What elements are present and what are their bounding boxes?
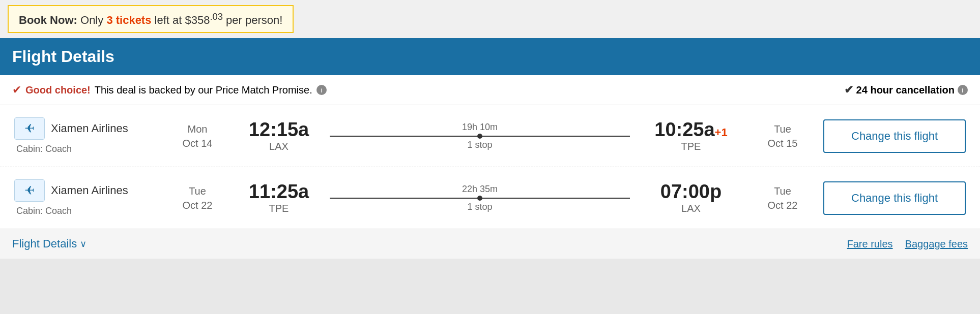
duration-2: 22h 35m	[462, 184, 498, 195]
stops-1: 1 stop	[467, 140, 492, 150]
airline-logo-1: ✈	[14, 117, 45, 140]
cancellation-check-icon: ✔	[844, 83, 853, 97]
chevron-down-icon: ∨	[80, 238, 87, 249]
change-flight-button-1[interactable]: Change this flight	[823, 119, 966, 153]
route-line-1	[330, 136, 630, 137]
banner-tickets-count: 3 tickets	[106, 14, 151, 26]
booking-banner: Book Now: Only 3 tickets left at $358.03…	[0, 0, 980, 38]
route-section-1: 19h 10m 1 stop	[320, 122, 640, 150]
line-right-2	[480, 198, 630, 199]
departure-time-big-1: 12:15a	[238, 119, 320, 141]
airline-section-2: ✈ Xiamen Airlines Cabin: Coach	[14, 179, 157, 216]
airline-logo-name-1: ✈ Xiamen Airlines	[14, 117, 157, 140]
flight-details-link[interactable]: Flight Details ∨	[12, 237, 87, 250]
airline-section-1: ✈ Xiamen Airlines Cabin: Coach	[14, 117, 157, 154]
plane-icon-2: ✈	[24, 183, 35, 198]
arrival-airport-1: TPE	[640, 141, 742, 152]
flight-details-header: Flight Details	[0, 38, 980, 75]
good-choice-check-icon: ✔	[12, 83, 21, 97]
departure-time-2: 11:25a TPE	[238, 181, 320, 214]
arrival-date-text-2: Tue Oct 22	[742, 184, 823, 212]
arrival-date-2: Tue Oct 22	[742, 184, 823, 212]
flight-details-link-label: Flight Details	[12, 237, 77, 250]
flights-area: ✈ Xiamen Airlines Cabin: Coach Mon Oct 1…	[0, 105, 980, 229]
line-left-2	[330, 198, 480, 199]
page-title: Flight Details	[12, 47, 968, 66]
airline-name-1: Xiamen Airlines	[51, 122, 128, 135]
promise-info-icon[interactable]: i	[316, 85, 327, 95]
promise-bar: ✔ Good choice! This deal is backed by ou…	[0, 75, 980, 105]
duration-1: 19h 10m	[462, 122, 498, 133]
departure-time-1: 12:15a LAX	[238, 119, 320, 152]
arrival-airport-2: LAX	[640, 203, 742, 214]
departure-date-line1-1: Mon Oct 14	[157, 122, 238, 150]
day-plus-1: +1	[715, 126, 728, 139]
banner-tickets-label: Only	[80, 14, 106, 26]
airline-logo-2: ✈	[14, 179, 45, 202]
flight-row-2: ✈ Xiamen Airlines Cabin: Coach Tue Oct 2…	[0, 167, 980, 229]
banner-price-sup: .03	[210, 11, 222, 22]
arrival-time-2: 07:00p LAX	[640, 181, 742, 214]
arrival-date-1: Tue Oct 15	[742, 122, 823, 150]
footer-bar: Flight Details ∨ Fare rules Baggage fees	[0, 229, 980, 259]
banner-suffix: left at $358	[155, 14, 210, 26]
change-flight-button-2[interactable]: Change this flight	[823, 181, 966, 215]
plane-icon-1: ✈	[24, 121, 35, 136]
stop-dot-2	[477, 196, 482, 201]
departure-date-2: Tue Oct 22	[157, 184, 238, 212]
page-container: Book Now: Only 3 tickets left at $358.03…	[0, 0, 980, 259]
airline-name-2: Xiamen Airlines	[51, 184, 128, 197]
route-line-2	[330, 198, 630, 199]
cabin-class-2: Cabin: Coach	[14, 206, 157, 216]
footer-links: Fare rules Baggage fees	[847, 238, 968, 250]
departure-airport-2: TPE	[238, 203, 320, 214]
banner-prefix: Book Now:	[19, 14, 77, 26]
arrival-date-text-1: Tue Oct 15	[742, 122, 823, 150]
cabin-class-1: Cabin: Coach	[14, 144, 157, 154]
cancellation-info-icon[interactable]: i	[958, 85, 968, 95]
route-section-2: 22h 35m 1 stop	[320, 184, 640, 212]
airline-logo-name-2: ✈ Xiamen Airlines	[14, 179, 157, 202]
line-left-1	[330, 136, 480, 137]
stops-2: 1 stop	[467, 202, 492, 212]
flight-row-1: ✈ Xiamen Airlines Cabin: Coach Mon Oct 1…	[0, 105, 980, 167]
departure-airport-1: LAX	[238, 141, 320, 152]
promise-text: This deal is backed by our Price Match P…	[95, 84, 312, 96]
arrival-time-big-1: 10:25a	[654, 119, 714, 140]
good-choice-label: Good choice!	[25, 84, 91, 96]
departure-date-line-2: Tue Oct 22	[157, 184, 238, 212]
baggage-fees-link[interactable]: Baggage fees	[905, 238, 968, 250]
promise-right: ✔ 24 hour cancellation i	[844, 83, 968, 97]
fare-rules-link[interactable]: Fare rules	[847, 238, 893, 250]
arrival-time-big-2: 07:00p	[660, 181, 722, 202]
cancellation-label: 24 hour cancellation	[856, 84, 955, 96]
arrival-time-1: 10:25a+1 TPE	[640, 119, 742, 152]
promise-left: ✔ Good choice! This deal is backed by ou…	[12, 83, 327, 97]
banner-per-person: per person!	[226, 14, 282, 26]
stop-dot-1	[477, 134, 482, 139]
line-right-1	[480, 136, 630, 137]
departure-time-big-2: 11:25a	[238, 181, 320, 203]
departure-date-1: Mon Oct 14	[157, 122, 238, 150]
